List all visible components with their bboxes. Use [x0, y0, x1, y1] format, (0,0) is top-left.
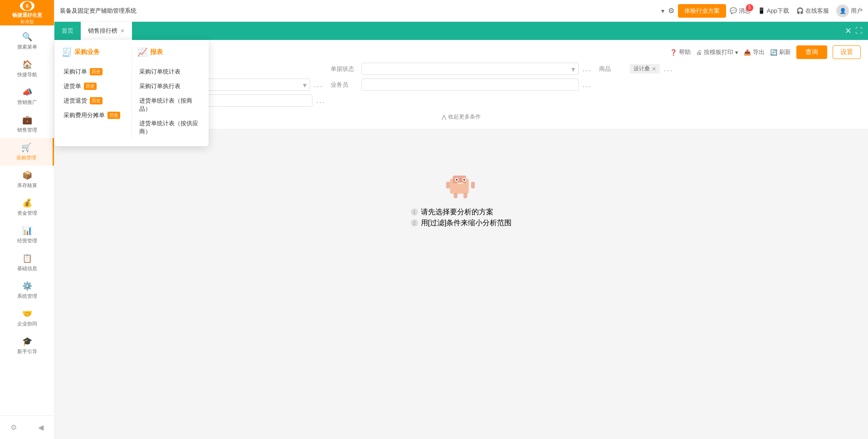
logo-icon: 6 — [20, 1, 34, 11]
app-name: 畅捷通好生意 — [12, 12, 42, 19]
svg-rect-10 — [471, 182, 475, 188]
refresh-button[interactable]: 🔄 刷新 — [770, 48, 791, 56]
newbie-icon: 🎓 — [22, 336, 32, 346]
menu-item-purchase-expense[interactable]: 采购费用分摊单 历史 — [62, 108, 126, 123]
tip-text-1: 请先选择要分析的方案 — [421, 207, 493, 217]
sidebar-collapse-button[interactable]: ◀ — [36, 421, 45, 434]
avatar: 👤 — [836, 5, 849, 17]
sidebar-settings-button[interactable]: ⚙ — [9, 421, 19, 434]
sidebar-item-search[interactable]: 🔍 搜索菜单 — [0, 27, 54, 55]
menu-item-po-stats[interactable]: 采购订单统计表 — [137, 64, 202, 79]
sidebar-item-operations[interactable]: 📊 经营管理 — [0, 221, 54, 249]
help-label: 帮助 — [679, 48, 691, 56]
help-button[interactable]: ❓ 帮助 — [670, 48, 691, 56]
salesperson-field: 业务员 ... — [331, 79, 592, 91]
tab-home-label: 首页 — [62, 27, 73, 35]
purchase-expense-label: 采购费用分摊单 — [63, 111, 105, 119]
history-badge-purchase-expense: 历史 — [107, 112, 120, 119]
goods-receipt-label: 进货单 — [63, 82, 81, 90]
purchase-section-title: 🧾 采购业务 — [62, 47, 126, 60]
sidebar-item-marketing[interactable]: 📣 营销推广 — [0, 83, 54, 110]
maximize-icon[interactable]: ⛶ — [855, 27, 863, 35]
sidebar-item-label: 系统管理 — [17, 293, 37, 300]
tab-home[interactable]: 首页 — [54, 22, 81, 40]
user-profile-button[interactable]: 👤 用户 — [836, 5, 863, 17]
sidebar-item-enterprise[interactable]: 🤝 企业协同 — [0, 304, 54, 332]
document-status-field: 单据状态 ... — [331, 63, 592, 75]
notification-button[interactable]: 💬 消息 5 — [730, 7, 751, 15]
phone-icon: 📱 — [758, 7, 765, 14]
sidebar-item-finance[interactable]: 💰 资金管理 — [0, 193, 54, 221]
menu-item-goods-return[interactable]: 进货退货 历史 — [62, 94, 126, 108]
sidebar-item-label: 采购管理 — [16, 154, 36, 161]
empty-state: 1 请先选择要分析的方案 2 用[过滤]条件来缩小分析范围 — [54, 129, 868, 266]
marketing-icon: 📣 — [22, 87, 32, 97]
customer-more[interactable]: ... — [316, 96, 326, 105]
system-dropdown-button[interactable]: ▾ — [661, 7, 664, 15]
rank-project-more[interactable]: ... — [314, 80, 323, 89]
refresh-icon: 🔄 — [770, 49, 777, 56]
menu-item-receipt-stats-supplier[interactable]: 进货单统计表（按供应商） — [137, 116, 202, 139]
print-dropdown-icon: ▾ — [735, 49, 738, 56]
app-edition: 标准版 — [20, 19, 34, 25]
purchase-section-icon: 🧾 — [62, 47, 72, 57]
goods-tag-label: 设计桑 — [634, 65, 650, 73]
print-template-button[interactable]: 🖨 按模板打印 ▾ — [696, 48, 738, 56]
svg-point-7 — [463, 178, 465, 180]
goods-tag-remove[interactable]: ✕ — [652, 66, 656, 72]
svg-point-6 — [456, 178, 458, 180]
online-service-button[interactable]: 🎧 在线客服 — [796, 7, 829, 15]
salesperson-label: 业务员 — [331, 81, 358, 89]
purchase-section-label: 采购业务 — [74, 48, 100, 56]
tab-sales-ranking[interactable]: 销售排行榜 ✕ — [81, 22, 132, 40]
po-stats-label: 采购订单统计表 — [139, 68, 180, 76]
top-header: 装备及固定资产辅助管理系统 ▾ ⚙ 体验行业方案 💬 消息 5 📱 App下载 … — [54, 0, 868, 22]
salesperson-more[interactable]: ... — [582, 80, 592, 89]
app-download-label: App下载 — [767, 7, 789, 15]
settings-icon[interactable]: ⚙ — [668, 6, 674, 15]
industry-solution-button[interactable]: 体验行业方案 — [678, 4, 726, 18]
menu-item-purchase-order[interactable]: 采购订单 历史 — [62, 64, 126, 79]
document-status-more[interactable]: ... — [582, 64, 592, 74]
sidebar-item-label: 基础信息 — [17, 265, 37, 272]
sidebar-item-purchase[interactable]: 🛒 采购管理 — [0, 138, 54, 166]
sidebar-item-system[interactable]: ⚙️ 系统管理 — [0, 276, 54, 304]
history-badge-purchase-order: 历史 — [90, 68, 102, 75]
sidebar-item-label: 快捷导航 — [17, 71, 37, 78]
online-service-label: 在线客服 — [805, 7, 829, 15]
tab-sales-label: 销售排行榜 — [88, 27, 117, 35]
empty-illustration — [439, 166, 484, 202]
help-icon: ❓ — [670, 49, 677, 56]
sidebar-item-label: 销售管理 — [17, 127, 37, 133]
menu-item-receipt-stats-goods[interactable]: 进货单统计表（按商品） — [137, 94, 202, 116]
salesperson-input[interactable] — [361, 79, 579, 91]
sidebar-item-label: 营销推广 — [17, 99, 37, 106]
message-icon: 💬 — [730, 7, 737, 14]
menu-item-goods-receipt[interactable]: 进货单 历史 — [62, 79, 126, 94]
document-status-select[interactable] — [361, 63, 579, 75]
svg-rect-8 — [458, 182, 463, 183]
search-icon: 🔍 — [22, 32, 32, 42]
sidebar-item-sales[interactable]: 💼 销售管理 — [0, 110, 54, 138]
sidebar-item-inventory[interactable]: 📦 库存核算 — [0, 166, 54, 193]
app-logo: 6 畅捷通好生意 标准版 — [0, 0, 54, 25]
settings-button[interactable]: 设置 — [833, 45, 861, 59]
tip-num-2: 2 — [411, 219, 418, 227]
sidebar-item-newbie[interactable]: 🎓 新手引导 — [0, 332, 54, 360]
purchase-dropdown-menu: 🧾 采购业务 采购订单 历史 进货单 历史 进货退货 历史 采购费用分摊单 — [54, 40, 209, 146]
goods-label: 商品 — [599, 65, 626, 73]
sidebar-item-base[interactable]: 📋 基础信息 — [0, 249, 54, 276]
query-button[interactable]: 查询 — [796, 45, 827, 59]
sidebar-item-quick[interactable]: 🏠 快捷导航 — [0, 55, 54, 83]
app-download-button[interactable]: 📱 App下载 — [758, 7, 789, 15]
finance-icon: 💰 — [22, 198, 32, 208]
goods-tag: 设计桑 ✕ — [630, 64, 660, 74]
enterprise-icon: 🤝 — [22, 309, 32, 319]
purchase-order-label: 采购订单 — [63, 68, 87, 76]
menu-item-po-execution[interactable]: 采购订单执行表 — [137, 79, 202, 94]
empty-tip-2: 2 用[过滤]条件来缩小分析范围 — [411, 218, 512, 228]
export-button[interactable]: 📤 导出 — [744, 48, 765, 56]
tab-close-icon[interactable]: ✕ — [120, 28, 125, 34]
close-all-icon[interactable]: ✕ — [845, 26, 852, 36]
goods-more[interactable]: ... — [663, 64, 673, 74]
